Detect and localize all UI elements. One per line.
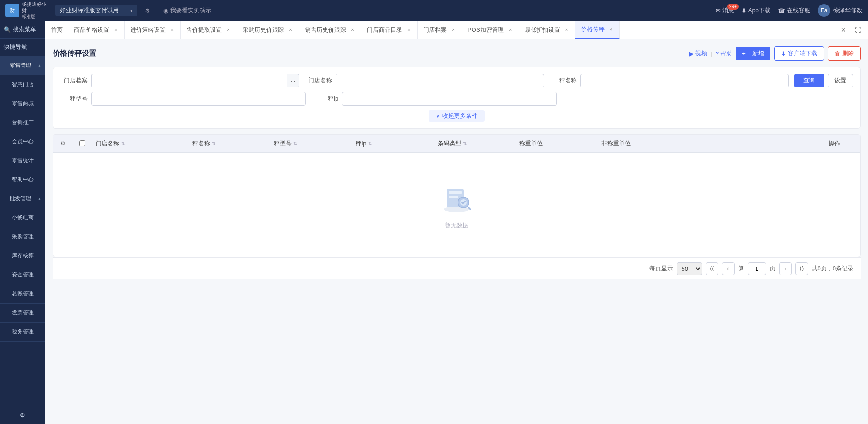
tab-bar: 首页商品价格设置×进价策略设置×售价提取设置×采购历史价跟踪×销售历史价跟踪×门… [45, 21, 868, 39]
scale-model-input[interactable] [91, 92, 306, 106]
tab-purchase-history[interactable]: 采购历史价跟踪× [237, 21, 299, 39]
help-link[interactable]: ? 帮助 [716, 49, 732, 58]
store-file-picker-button[interactable]: ··· [287, 74, 299, 87]
tab-price-scale[interactable]: 价格传秤× [575, 21, 620, 39]
tab-close-icon[interactable]: × [350, 26, 356, 34]
next-page-button[interactable]: › [779, 262, 792, 275]
tab-min-discount[interactable]: 最低折扣设置× [519, 21, 575, 39]
tab-maximize-button[interactable]: ⛶ [852, 24, 864, 36]
sidebar-item-invoice[interactable]: 发票管理 [0, 304, 45, 323]
sidebar-item-tax[interactable]: 税务管理 [0, 323, 45, 342]
empty-state: 暂无数据 [53, 153, 860, 257]
tab-close-icon[interactable]: × [608, 26, 614, 33]
sidebar-item-smart-store[interactable]: 智慧门店 [0, 75, 45, 94]
sidebar-item-label: 智慧门店 [4, 81, 42, 88]
store-name-field: 门店名称 [305, 74, 544, 87]
tab-label: 门店商品目录 [367, 26, 402, 34]
online-service-button[interactable]: ☎ 在线客服 [778, 6, 810, 14]
search-button[interactable]: 查询 [794, 74, 824, 87]
th-operate: 操作 [824, 140, 860, 148]
sidebar-quick-nav[interactable]: 快捷导航 [0, 39, 45, 56]
delete-button[interactable]: 🗑 删除 [828, 46, 861, 61]
tab-price-settings[interactable]: 商品价格设置× [68, 21, 125, 39]
th-barcode-label: 条码类型 [438, 140, 461, 148]
tab-close-icon[interactable]: × [288, 26, 293, 34]
app-name: 畅捷通好业财 [22, 1, 51, 14]
service-icon: ☎ [778, 7, 785, 14]
delete-label: 删除 [842, 49, 854, 58]
total-text: 共0页，0条记录 [812, 265, 853, 273]
scale-name-input[interactable] [580, 74, 789, 87]
logo-icon: 财 [5, 4, 19, 17]
tab-sale-price[interactable]: 售价提取设置× [181, 21, 237, 39]
store-name-label: 门店名称 [305, 77, 332, 85]
app-download-button[interactable]: ⬇ App下载 [741, 6, 770, 14]
th-ip-label: 秤ip [356, 140, 366, 148]
scale-ip-input[interactable] [342, 92, 556, 106]
tab-label: 商品价格设置 [74, 26, 109, 34]
sidebar-gear-button[interactable]: ⚙ [0, 406, 45, 424]
scale-model-field: 秤型号 [60, 92, 306, 106]
sidebar: 🔍 搜索菜单 快捷导航 零售管理▲智慧门店零售商城营销推广会员中心零售统计帮助中… [0, 21, 45, 424]
first-page-button[interactable]: ⟨⟨ [706, 262, 718, 275]
tab-close-button[interactable]: ✕ [837, 24, 850, 36]
video-link[interactable]: ▶ 视频 [689, 49, 707, 58]
store-file-input[interactable] [91, 74, 287, 87]
th-store-name: 门店名称 ⇅ [91, 140, 188, 148]
collapse-button[interactable]: ∧ 收起更多条件 [429, 110, 485, 122]
sidebar-item-xiaochang[interactable]: 小畅电商 [0, 208, 45, 227]
prev-page-button[interactable]: ‹ [722, 262, 735, 275]
table-settings-icon: ⚙ [60, 140, 66, 147]
tab-home[interactable]: 首页 [45, 21, 68, 39]
store-name-input[interactable] [336, 74, 544, 87]
settings-button[interactable]: 设置 [828, 74, 853, 87]
tab-purchase-strategy[interactable]: 进价策略设置× [125, 21, 181, 39]
messages-button[interactable]: ✉ 消息 99+ [716, 6, 734, 14]
download-button[interactable]: ⬇ 客户端下载 [774, 46, 824, 61]
selector-settings-button[interactable]: ⚙ [141, 4, 154, 17]
tab-store-file[interactable]: 门店档案× [418, 21, 462, 39]
sidebar-item-general[interactable]: 总账管理 [0, 284, 45, 304]
store-file-label: 门店档案 [60, 77, 88, 85]
user-menu[interactable]: Ea 徐泽华修改 [818, 4, 863, 17]
demo-link[interactable]: ◉ 我要看实例演示 [161, 6, 211, 14]
add-button[interactable]: + + 新增 [736, 47, 770, 60]
sidebar-item-label: 税务管理 [4, 328, 42, 336]
sidebar-item-label: 总账管理 [4, 290, 42, 298]
th-checkbox[interactable] [73, 140, 91, 146]
tab-close-icon[interactable]: × [564, 26, 570, 34]
sidebar-search[interactable]: 🔍 搜索菜单 [0, 21, 45, 39]
tab-label: 进价策略设置 [130, 26, 166, 34]
sidebar-item-finance[interactable]: 资金管理 [0, 265, 45, 284]
sidebar-item-member[interactable]: 会员中心 [0, 132, 45, 151]
page-actions: ▶ 视频 | ? 帮助 + + 新增 ⬇ 客户端下载 [689, 46, 861, 61]
tab-close-icon[interactable]: × [113, 26, 119, 34]
tab-label: 售价提取设置 [186, 26, 222, 34]
tab-close-icon[interactable]: × [169, 26, 175, 34]
tab-close-icon[interactable]: × [406, 26, 412, 34]
th-operate-label: 操作 [829, 140, 840, 148]
th-settings[interactable]: ⚙ [53, 140, 73, 147]
tab-pos-management[interactable]: POS加密管理× [462, 21, 519, 39]
tab-close-icon[interactable]: × [450, 26, 456, 34]
last-page-button[interactable]: ⟩⟩ [795, 262, 808, 275]
sidebar-item-wholesale[interactable]: 批发管理▲ [0, 189, 45, 208]
per-page-select[interactable]: 50 10 20 100 [677, 262, 702, 275]
tab-sale-history[interactable]: 销售历史价跟踪× [299, 21, 361, 39]
sidebar-item-marketing[interactable]: 营销推广 [0, 113, 45, 132]
page-number-input[interactable] [748, 262, 766, 275]
sidebar-item-help[interactable]: 帮助中心 [0, 170, 45, 189]
gear-icon: ⚙ [145, 7, 150, 14]
version-selector[interactable]: 好业财标准版交付试用 ▾ [55, 5, 137, 16]
tab-store-catalog[interactable]: 门店商品目录× [361, 21, 418, 39]
tab-close-icon[interactable]: × [507, 26, 513, 34]
tab-close-icon[interactable]: × [225, 26, 231, 34]
sidebar-item-retail-mall[interactable]: 零售商城 [0, 94, 45, 113]
sidebar-item-purchase[interactable]: 采购管理 [0, 227, 45, 246]
chevron-icon: ▲ [37, 196, 42, 201]
sidebar-item-retail[interactable]: 零售管理▲ [0, 56, 45, 75]
sidebar-item-retail-stats[interactable]: 零售统计 [0, 151, 45, 170]
sidebar-item-inventory[interactable]: 库存核算 [0, 246, 45, 265]
select-all-checkbox[interactable] [79, 140, 85, 146]
messages-badge: 99+ [727, 4, 739, 10]
